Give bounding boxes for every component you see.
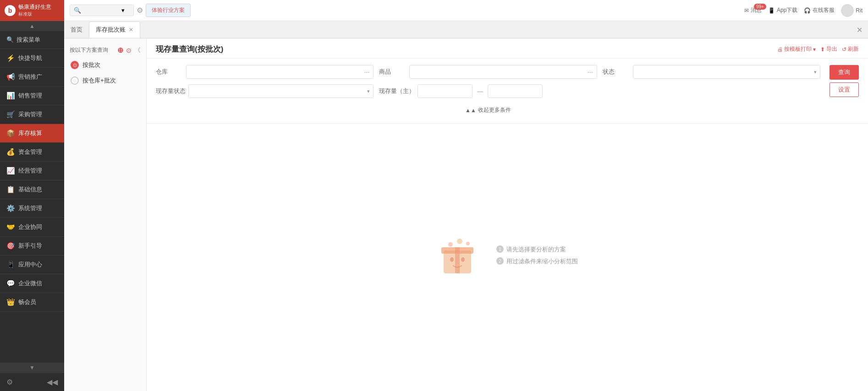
tab-inventory-batch[interactable]: 库存批次账 ✕ xyxy=(89,22,140,38)
export-action[interactable]: ⬆ 导出 xyxy=(820,45,837,53)
empty-hints: 1 请先选择要分析的方案 2 用过滤条件来缩小分析范围 xyxy=(496,245,578,269)
warehouse-dots[interactable]: ··· xyxy=(364,68,370,76)
basic-info-label: 基础信息 xyxy=(18,185,42,194)
sidebar-item-new-guide[interactable]: 🎯 新手引导 xyxy=(0,237,64,255)
sidebar-item-enterprise-wechat[interactable]: 💬 企业微信 xyxy=(0,274,64,293)
tab-close-icon[interactable]: ✕ xyxy=(129,27,133,33)
svg-point-5 xyxy=(466,242,470,245)
message-item[interactable]: ✉ 消息 99+ xyxy=(744,6,762,14)
app-logo: b xyxy=(5,5,16,16)
hint-text-2: 用过滤条件来缩小分析范围 xyxy=(506,257,578,266)
topbar-settings-icon[interactable]: ⚙ xyxy=(137,6,143,15)
settings-button[interactable]: 设置 xyxy=(830,82,859,97)
finance-icon: 💰 xyxy=(6,148,15,156)
enterprise-wechat-label: 企业微信 xyxy=(18,279,42,288)
settings-plan-icon[interactable]: ⊙ xyxy=(126,47,132,54)
sidebar-nav: 🔍 搜索菜单 ⚡ 快捷导航 📢 营销推广 📊 销售管理 🛒 采购管理 📦 库存核… xyxy=(0,31,64,363)
warehouse-label: 仓库 xyxy=(156,68,183,76)
purchase-icon: 🛒 xyxy=(6,110,15,119)
app-center-label: 应用中心 xyxy=(18,261,42,269)
plan-item-warehouse-batch[interactable]: ○ 按仓库+批次 xyxy=(64,73,146,88)
marketing-label: 营销推广 xyxy=(18,73,42,81)
topbar-search-input[interactable] xyxy=(83,7,120,14)
sidebar-item-vip[interactable]: 👑 畅会员 xyxy=(0,293,64,312)
refresh-action[interactable]: ↺ 刷新 xyxy=(842,45,859,53)
collapse-button[interactable]: ▲▲ 收起更多条件 xyxy=(156,103,820,117)
svg-point-6 xyxy=(450,257,454,262)
user-item[interactable]: Rit xyxy=(841,4,863,17)
search-menu-item[interactable]: 🔍 搜索菜单 xyxy=(0,31,64,49)
sidebar-item-sales[interactable]: 📊 销售管理 xyxy=(0,87,64,105)
sidebar-item-quick-nav[interactable]: ⚡ 快捷导航 xyxy=(0,49,64,68)
sidebar-item-system[interactable]: ⚙️ 系统管理 xyxy=(0,199,64,218)
online-service-item[interactable]: 🎧 在线客服 xyxy=(804,6,835,14)
sidebar-bottom: ⚙ ◀◀ xyxy=(0,373,64,391)
vip-icon: 👑 xyxy=(6,298,15,306)
new-guide-icon: 🎯 xyxy=(6,242,15,250)
product-label: 商品 xyxy=(379,68,407,76)
collapse-up-icon: ▲▲ xyxy=(465,107,476,114)
inventory-qty-label: 现存量（主） xyxy=(379,87,415,95)
panel-header-label: 按以下方案查询 xyxy=(70,46,108,54)
add-plan-icon[interactable]: ⊕ xyxy=(117,46,123,54)
query-button[interactable]: 查询 xyxy=(830,65,859,80)
refresh-icon: ↺ xyxy=(842,46,846,53)
quick-nav-label: 快捷导航 xyxy=(18,54,42,62)
tab-home-label: 首页 xyxy=(71,26,82,34)
sidebar-item-operations[interactable]: 📈 经营管理 xyxy=(0,162,64,180)
app-download-item[interactable]: 📱 App下载 xyxy=(768,6,797,14)
inventory-qty-from[interactable] xyxy=(418,84,472,98)
collapse-panel-icon[interactable]: 《 xyxy=(134,46,141,54)
plan-item-batch[interactable]: ⊙ 按批次 xyxy=(64,57,146,73)
empty-hint-1: 1 请先选择要分析的方案 xyxy=(496,245,578,254)
sidebar-item-purchase[interactable]: 🛒 采购管理 xyxy=(0,105,64,124)
svg-point-4 xyxy=(457,239,462,244)
scroll-down-button[interactable]: ▼ xyxy=(0,363,64,373)
experience-button[interactable]: 体验行业方案 xyxy=(146,4,191,17)
headset-icon: 🎧 xyxy=(804,7,811,14)
product-input[interactable]: ··· xyxy=(409,65,597,79)
tab-home[interactable]: 首页 xyxy=(64,22,89,38)
sidebar-item-enterprise[interactable]: 🤝 企业协同 xyxy=(0,218,64,237)
print-action[interactable]: 🖨 按模板打印 ▾ xyxy=(777,45,816,53)
user-name: Rit xyxy=(856,7,863,14)
tab-close-main-icon[interactable]: ✕ xyxy=(857,25,863,34)
sidebar-item-marketing[interactable]: 📢 营销推广 xyxy=(0,68,64,87)
online-service-label: 在线客服 xyxy=(813,6,835,14)
page-title: 现存量查询(按批次) xyxy=(156,44,223,54)
sidebar-item-inventory[interactable]: 📦 库存核算 xyxy=(0,124,64,143)
inventory-status-select-wrapper xyxy=(188,84,374,98)
status-select[interactable]: 正常 停用 xyxy=(633,65,820,79)
inventory-status-select[interactable] xyxy=(188,84,374,98)
sidebar: b 畅康通好生意 标准版 ▲ 🔍 搜索菜单 ⚡ 快捷导航 📢 营销推广 📊 销售… xyxy=(0,0,64,391)
warehouse-input[interactable]: ··· xyxy=(186,65,374,79)
main-area: 🔍 ▾ ⚙ 体验行业方案 ✉ 消息 99+ 📱 App下载 🎧 在线客服 xyxy=(64,0,868,391)
topbar-search-box[interactable]: 🔍 ▾ xyxy=(70,5,134,16)
export-icon: ⬆ xyxy=(820,46,825,53)
purchase-label: 采购管理 xyxy=(18,110,42,119)
topbar-search-chevron-icon: ▾ xyxy=(121,7,125,14)
empty-svg xyxy=(437,234,483,280)
sidebar-item-basic-info[interactable]: 📋 基础信息 xyxy=(0,180,64,199)
content-area: 按以下方案查询 ⊕ ⊙ 《 ⊙ 按批次 ○ 按仓库+批次 现存量查询(按批次) xyxy=(64,38,868,391)
filter-inventory-qty: 现存量（主） — xyxy=(379,84,597,98)
sidebar-item-app-center[interactable]: 📱 应用中心 xyxy=(0,255,64,274)
inventory-qty-to[interactable] xyxy=(488,84,543,98)
empty-state: 1 请先选择要分析的方案 2 用过滤条件来缩小分析范围 xyxy=(147,124,868,391)
filter-warehouse: 仓库 ··· xyxy=(156,65,374,79)
app-center-icon: 📱 xyxy=(6,261,15,269)
app-download-label: App下载 xyxy=(777,6,797,14)
collapse-sidebar-icon[interactable]: ◀◀ xyxy=(47,378,58,386)
settings-icon[interactable]: ⚙ xyxy=(6,378,13,386)
sidebar-header: b 畅康通好生意 标准版 xyxy=(0,0,64,21)
system-label: 系统管理 xyxy=(18,204,42,212)
sales-label: 销售管理 xyxy=(18,92,42,100)
app-edition: 标准版 xyxy=(18,11,51,17)
hint-text-1: 请先选择要分析的方案 xyxy=(506,245,566,254)
scroll-up-button[interactable]: ▲ xyxy=(0,21,64,31)
phone-icon: 📱 xyxy=(768,7,775,14)
tabbar: 首页 库存批次账 ✕ ✕ xyxy=(64,21,868,38)
filter-dash: — xyxy=(475,88,485,95)
sidebar-item-finance[interactable]: 💰 资金管理 xyxy=(0,143,64,162)
product-dots[interactable]: ··· xyxy=(588,68,593,76)
